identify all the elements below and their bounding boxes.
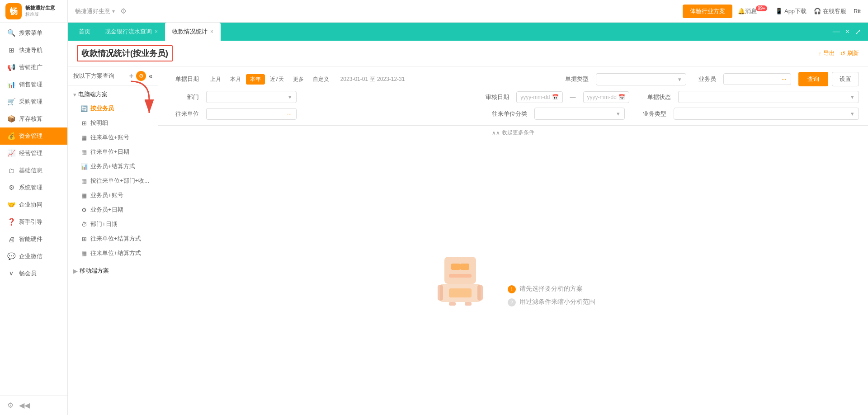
sidebar-item-member[interactable]: V 畅会员 xyxy=(0,265,67,282)
scheme-unit-dept-icon: ▦ xyxy=(80,177,88,184)
sidebar-item-system[interactable]: ⚙ 系统管理 xyxy=(0,179,67,196)
sidebar-item-marketing[interactable]: 📢 营销推广 xyxy=(0,59,67,76)
shortcut-this-month[interactable]: 本月 xyxy=(226,74,245,85)
sidebar-logo: 畅 畅捷通好生意 标准版 xyxy=(0,0,67,23)
tab-bank-close[interactable]: × xyxy=(155,28,158,35)
biz-type-label: 业务类型 xyxy=(639,110,666,118)
operation-icon: 📈 xyxy=(7,149,15,157)
collapse-sidebar-icon[interactable]: ◀◀ xyxy=(19,401,30,410)
scheme-item-salesperson-date[interactable]: ⚙ 业务员+日期 xyxy=(68,203,158,217)
notification-area[interactable]: 🔔 消息 99+ xyxy=(738,7,768,15)
counterpart-select[interactable]: ··· xyxy=(206,108,297,120)
sidebar-item-basic[interactable]: 🗂 基础信息 xyxy=(0,162,67,179)
sidebar-item-sales[interactable]: 📊 销售管理 xyxy=(0,76,67,93)
chevron-down-doc-type: ▾ xyxy=(678,76,681,83)
shortcut-last-month[interactable]: 上月 xyxy=(206,74,225,85)
settings-btn[interactable]: 设置 xyxy=(832,72,859,86)
online-service-btn[interactable]: 🎧 在线客服 xyxy=(814,7,846,15)
sales-icon: 📊 xyxy=(7,80,15,89)
tab-close-all-icon[interactable]: × xyxy=(845,28,849,36)
tab-expand-icon[interactable]: ⤢ xyxy=(855,28,861,36)
scheme-dept-date-icon: ⏱ xyxy=(80,221,88,228)
tab-collection-close[interactable]: × xyxy=(210,28,213,35)
scheme-settings-btn[interactable]: ⚙ xyxy=(136,71,146,81)
scheme-mobile-label: 移动端方案 xyxy=(80,267,109,275)
content-area: 收款情况统计(按业务员) ↑ 导出 ↺ 刷新 按以下方案查询 + ⚙ xyxy=(68,41,868,415)
shortcut-this-year[interactable]: 本年 xyxy=(246,74,265,85)
chevron-down-doc-status: ▾ xyxy=(851,94,854,100)
page-title: 收款情况统计(按业务员) xyxy=(77,45,173,61)
doc-status-select[interactable]: ▾ xyxy=(678,91,859,103)
scheme-item-unit-date[interactable]: ▦ 往来单位+日期 xyxy=(68,145,158,159)
sidebar-item-purchase[interactable]: 🛒 采购管理 xyxy=(0,93,67,110)
scheme-item-unit-dept[interactable]: ▦ 按往来单位+部门+收... xyxy=(68,174,158,188)
scheme-unit-date-icon: ▦ xyxy=(80,148,88,156)
calendar-icon-2: 📅 xyxy=(618,94,625,100)
scheme-item-salesperson-settlement[interactable]: 📊 业务员+结算方式 xyxy=(68,159,158,174)
biz-type-select[interactable]: ▾ xyxy=(674,108,859,120)
sidebar-item-operation[interactable]: 📈 经营管理 xyxy=(0,145,67,162)
query-btn[interactable]: 查询 xyxy=(798,72,828,86)
sidebar-item-inventory[interactable]: 📦 库存核算 xyxy=(0,110,67,127)
tab-home[interactable]: 首页 xyxy=(71,23,98,41)
chevron-down-dept: ▾ xyxy=(288,94,292,100)
scheme-unit-account-icon: ▦ xyxy=(80,134,88,141)
scheme-item-detail[interactable]: ⊞ 按明细 xyxy=(68,116,158,130)
filter-row-1: 单据日期 上月 本月 本年 近7天 更多 自定义 2023-01-01 至 xyxy=(167,72,859,86)
counterpart-class-select[interactable]: ▾ xyxy=(534,108,625,120)
scheme-item-unit-settlement1[interactable]: ⊞ 往来单位+结算方式 xyxy=(68,231,158,246)
hardware-icon: 🖨 xyxy=(7,235,15,243)
review-date-end[interactable]: yyyy-mm-dd 📅 xyxy=(583,91,629,103)
sidebar-item-capital[interactable]: 💰 资金管理 xyxy=(0,127,67,145)
topbar-title-select[interactable]: 畅捷通好生意 ▾ xyxy=(75,7,115,15)
filter-row-2: 部门 ▾ 审核日期 yyyy-mm-dd 📅 — y xyxy=(167,91,859,103)
member-icon: V xyxy=(7,269,15,278)
tab-minimize-icon[interactable]: — xyxy=(833,28,840,36)
collapse-filter-btn[interactable]: ∧∧ 收起更多条件 xyxy=(158,126,868,139)
refresh-btn[interactable]: ↺ 刷新 xyxy=(840,49,859,57)
scheme-item-salesperson-account[interactable]: ▦ 业务员+账号 xyxy=(68,188,158,203)
collapse-panel-btn[interactable]: « xyxy=(149,72,152,80)
svg-rect-6 xyxy=(449,288,472,297)
tab-collection[interactable]: 收款情况统计 × xyxy=(165,23,221,41)
scheme-item-salesperson[interactable]: 🔄 按业务员 xyxy=(68,101,158,116)
scheme-item-unit-settlement2[interactable]: ▦ 往来单位+结算方式 xyxy=(68,246,158,260)
dept-select[interactable]: ▾ xyxy=(206,91,297,103)
sidebar-item-guide[interactable]: ❓ 新手引导 xyxy=(0,213,67,231)
svg-rect-1 xyxy=(444,257,476,284)
sidebar-item-wechat[interactable]: 💬 企业微信 xyxy=(0,248,67,265)
tab-bank[interactable]: 现金银行流水查询 × xyxy=(98,23,165,41)
export-btn[interactable]: ↑ 导出 xyxy=(819,49,835,57)
empty-step-2: 2 用过滤条件来缩小分析范围 xyxy=(508,298,595,307)
logo-icon: 畅 xyxy=(5,3,22,19)
sidebar-item-search[interactable]: 🔍 搜索菜单 xyxy=(0,24,67,42)
svg-rect-4 xyxy=(449,274,472,278)
left-panel-title: 按以下方案查询 xyxy=(73,72,127,80)
review-date-start[interactable]: yyyy-mm-dd 📅 xyxy=(516,91,562,103)
sidebar-item-enterprise[interactable]: 🤝 企业协同 xyxy=(0,196,67,213)
settings-bottom-icon[interactable]: ⚙ xyxy=(7,401,14,410)
sidebar-item-hardware[interactable]: 🖨 智能硬件 xyxy=(0,231,67,248)
chevron-down-icon: ▾ xyxy=(112,8,115,14)
scheme-item-unit-account[interactable]: ▦ 往来单位+账号 xyxy=(68,130,158,145)
app-download-btn[interactable]: 📱 App下载 xyxy=(775,7,807,15)
shortcut-7days[interactable]: 近7天 xyxy=(266,74,288,85)
shortcut-custom[interactable]: 自定义 xyxy=(309,74,333,85)
add-scheme-btn[interactable]: + xyxy=(129,72,133,80)
chevron-down-scheme-icon: ▾ xyxy=(73,91,76,98)
scheme-unit-settlement2-icon: ▦ xyxy=(80,250,88,257)
scheme-active-icon: 🔄 xyxy=(80,105,88,112)
svg-rect-10 xyxy=(465,302,472,306)
sidebar-item-quicknav[interactable]: ⊞ 快捷导航 xyxy=(0,42,67,59)
scheme-item-dept-date[interactable]: ⏱ 部门+日期 xyxy=(68,217,158,231)
topbar-gear-icon[interactable]: ⚙ xyxy=(120,7,127,15)
svg-rect-3 xyxy=(460,264,469,270)
user-avatar[interactable]: Rit xyxy=(854,8,861,14)
bell-icon: 🔔 xyxy=(738,8,745,14)
shortcut-more[interactable]: 更多 xyxy=(289,74,308,85)
doc-type-select[interactable]: ▾ xyxy=(596,73,686,85)
scheme-group-desktop[interactable]: ▾ 电脑端方案 xyxy=(68,88,158,101)
salesperson-select[interactable]: ··· xyxy=(723,73,791,85)
scheme-group-mobile[interactable]: ▶ 移动端方案 xyxy=(68,264,158,278)
trial-btn[interactable]: 体验行业方案 xyxy=(683,5,732,18)
